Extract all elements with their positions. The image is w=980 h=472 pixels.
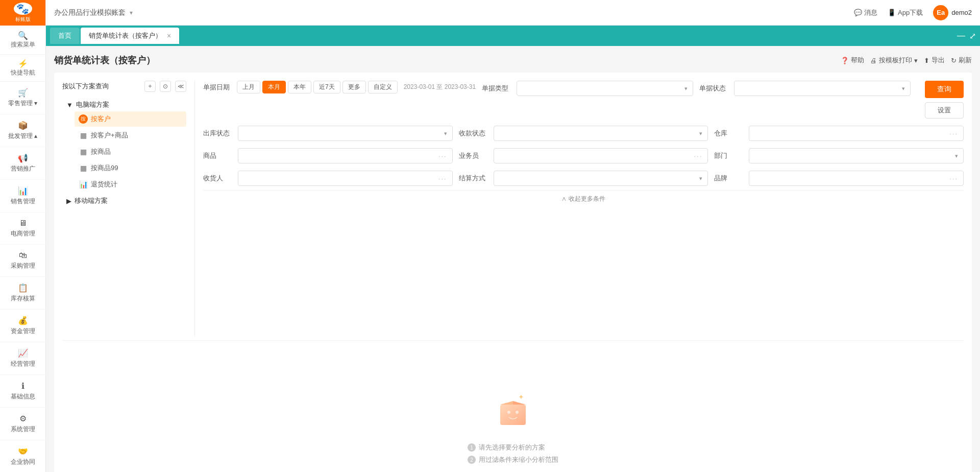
- sidebar-item-finance[interactable]: 💰 资金管理: [0, 310, 45, 342]
- bar-chart-icon: ▦: [79, 131, 88, 140]
- tab-collapse-icon[interactable]: —: [957, 31, 965, 40]
- payment-label: 结算方式: [459, 174, 489, 183]
- bill-type-chevron-down-icon: ▾: [684, 85, 688, 92]
- date-7days[interactable]: 近7天: [313, 81, 340, 93]
- date-custom[interactable]: 自定义: [368, 81, 398, 93]
- warehouse-input[interactable]: ···: [749, 126, 964, 141]
- date-more[interactable]: 更多: [342, 81, 366, 93]
- help-button[interactable]: ❓ 帮助: [841, 56, 864, 65]
- empty-tip-1: 1 请先选择要分析的方案: [468, 443, 558, 452]
- salesperson-label: 业务员: [459, 151, 489, 160]
- date-filters: 上月 本月 本年 近7天 更多 自定义 2023-03-01 至 2023-03…: [237, 81, 476, 93]
- sidebar-item-ecommerce[interactable]: 🖥 电商管理: [0, 213, 45, 245]
- page-actions: ❓ 帮助 🖨 按模板打印 ▾ ⬆ 导出 ↻ 刷新: [841, 56, 972, 65]
- filter-row2: 出库状态 ▾ 收款状态 ▾: [203, 126, 964, 141]
- user-area[interactable]: Ea demo2: [933, 5, 972, 20]
- bill-status-label: 单据状态: [699, 84, 730, 93]
- message-icon: 💬: [854, 9, 862, 16]
- refresh-button[interactable]: ↻ 刷新: [951, 56, 972, 65]
- help-icon: ❓: [841, 57, 849, 64]
- date-label: 单据日期: [203, 83, 234, 92]
- goods-input[interactable]: ···: [238, 148, 453, 163]
- scheme-tree: ▼ 电脑端方案 按 按客户 ▦: [62, 98, 186, 207]
- brand-dots-icon: ···: [949, 175, 958, 182]
- scheme-return-stats[interactable]: 📊 退货统计: [75, 177, 186, 192]
- message-button[interactable]: 💬 消息: [854, 8, 877, 17]
- empty-tips: 1 请先选择要分析的方案 2 用过滤条件来缩小分析范围: [468, 443, 558, 467]
- settings-button[interactable]: 设置: [925, 102, 964, 119]
- filter-row3: 商品 ··· 业务员 ···: [203, 148, 964, 163]
- phone-icon: 📱: [888, 9, 896, 16]
- out-status-label: 出库状态: [203, 129, 234, 138]
- desktop-group-title[interactable]: ▼ 电脑端方案: [66, 98, 186, 111]
- bar-chart-icon2: ▦: [79, 147, 88, 156]
- export-button[interactable]: ⬆ 导出: [924, 56, 945, 65]
- sidebar-item-marketing[interactable]: 📢 营销推广: [0, 147, 45, 180]
- salesperson-input[interactable]: ···: [494, 148, 708, 163]
- salesperson-dots-icon: ···: [694, 152, 703, 160]
- scheme-by-goods99[interactable]: ▦ 按商品99: [75, 160, 186, 176]
- tab-close-icon[interactable]: ×: [167, 32, 171, 40]
- warehouse-label: 仓库: [714, 129, 745, 138]
- mobile-group: ▶ 移动端方案: [66, 194, 186, 207]
- date-this-month[interactable]: 本月: [262, 81, 286, 93]
- svg-marker-2: [513, 401, 526, 405]
- sidebar-item-purchase[interactable]: 🛍 采购管理: [0, 245, 45, 277]
- empty-state: ✦ 1 请先选择要分析的方案 2: [62, 341, 964, 472]
- sidebar-item-wholesale[interactable]: 📦 批发管理 ▴: [0, 114, 45, 147]
- bill-type-select[interactable]: ▾: [517, 81, 693, 96]
- date-last-month[interactable]: 上月: [237, 81, 260, 93]
- app-download-button[interactable]: 📱 App下载: [888, 8, 923, 17]
- sidebar-item-inventory[interactable]: 📋 库存核算: [0, 277, 45, 310]
- sidebar-item-basic[interactable]: ℹ 基础信息: [0, 375, 45, 408]
- department-select[interactable]: ▾: [749, 148, 964, 163]
- tab-sales-report[interactable]: 销货单统计表（按客户） ×: [81, 28, 179, 44]
- scheme-settings-button[interactable]: ⊙: [160, 81, 171, 92]
- tab-sales-report-label: 销货单统计表（按客户）: [89, 31, 162, 40]
- logo: 🐾 标账版: [0, 0, 45, 26]
- bill-type-section: 单据类型 ▾: [482, 81, 693, 96]
- sidebar-item-retail[interactable]: 🛒 零售管理 ▾: [0, 82, 45, 114]
- export-icon: ⬆: [924, 57, 929, 64]
- scheme-by-customer-goods[interactable]: ▦ 按客户+商品: [75, 128, 186, 143]
- mobile-group-title[interactable]: ▶ 移动端方案: [66, 194, 186, 207]
- brand-section: 品牌 ···: [714, 171, 964, 186]
- scheme-by-customer[interactable]: 按 按客户: [75, 111, 186, 127]
- payment-select[interactable]: ▾: [494, 171, 708, 186]
- scheme-collapse-button[interactable]: ≪: [175, 81, 186, 92]
- sidebar-item-operations[interactable]: 📈 经营管理: [0, 342, 45, 375]
- scheme-tools: + ⊙ ≪: [144, 81, 186, 92]
- mobile-group-label: 移动端方案: [75, 196, 108, 205]
- topbar-dropdown[interactable]: ▾: [130, 9, 133, 16]
- scheme-by-goods[interactable]: ▦ 按商品: [75, 144, 186, 159]
- empty-illustration: ✦: [487, 382, 538, 433]
- svg-point-4: [507, 411, 510, 414]
- scheme-add-button[interactable]: +: [144, 81, 156, 92]
- department-section: 部门 ▾: [714, 148, 964, 163]
- receiver-input[interactable]: ···: [238, 171, 453, 186]
- sidebar-item-system[interactable]: ⚙ 系统管理: [0, 408, 45, 440]
- print-button[interactable]: 🖨 按模板打印 ▾: [870, 56, 918, 65]
- goods-dots-icon: ···: [438, 152, 447, 160]
- receiver-section: 收货人 ···: [203, 171, 453, 186]
- tab-maximize-icon[interactable]: ⤢: [969, 31, 976, 41]
- tab-home[interactable]: 首页: [50, 28, 80, 44]
- department-label: 部门: [714, 151, 745, 160]
- sidebar-item-collaboration[interactable]: 🤝 企业协同: [0, 440, 45, 472]
- receipt-status-select[interactable]: ▾: [494, 126, 708, 141]
- collapse-row: ∧ 收起更多条件: [203, 190, 964, 207]
- search-menu[interactable]: 🔍 搜索菜单: [0, 26, 45, 55]
- sidebar-item-sales[interactable]: 📊 销售管理: [0, 180, 45, 213]
- query-button[interactable]: 查询: [925, 81, 964, 98]
- receiver-dots-icon: ···: [438, 175, 447, 182]
- out-status-select[interactable]: ▾: [238, 126, 453, 141]
- bill-status-select[interactable]: ▾: [734, 81, 911, 96]
- shortcut-nav[interactable]: ⚡ 快捷导航: [0, 55, 45, 82]
- warehouse-dots-icon: ···: [949, 130, 958, 137]
- customer-scheme-icon: 按: [79, 114, 88, 124]
- brand-input[interactable]: ···: [749, 171, 964, 186]
- date-this-year[interactable]: 本年: [288, 81, 311, 93]
- bill-type-label: 单据类型: [482, 84, 512, 93]
- collapse-button[interactable]: ∧ 收起更多条件: [561, 195, 605, 202]
- filter-area: 单据日期 上月 本月 本年 近7天 更多 自定义 2023-03-01 至 20…: [195, 81, 964, 336]
